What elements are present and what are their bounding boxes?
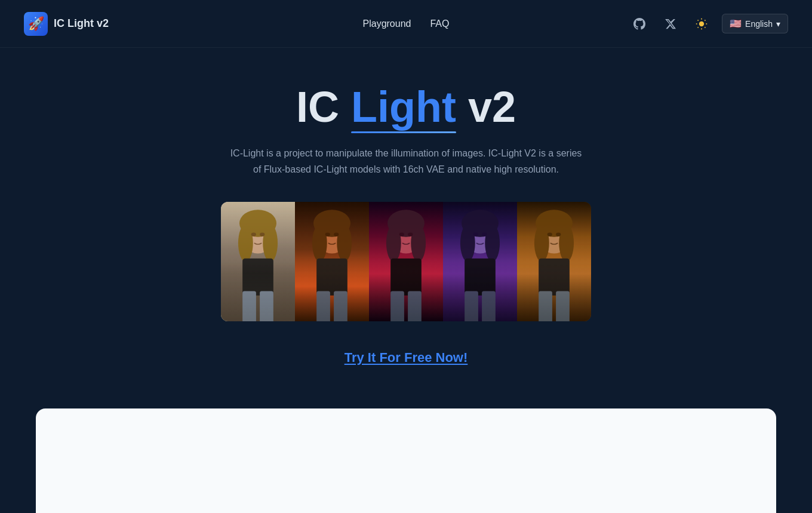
svg-rect-26 [334, 291, 347, 321]
svg-point-0 [699, 21, 704, 26]
svg-point-38 [408, 232, 413, 236]
svg-line-3 [698, 20, 699, 20]
hero-section: IC Light v2 IC-Light is a project to man… [0, 48, 812, 408]
svg-rect-56 [556, 291, 570, 321]
svg-point-48 [482, 232, 487, 236]
svg-point-10 [241, 214, 275, 253]
svg-point-22 [312, 225, 327, 262]
svg-point-37 [399, 232, 404, 236]
svg-rect-45 [465, 291, 478, 321]
portrait-svg-5 [517, 202, 591, 321]
svg-point-27 [325, 232, 330, 236]
demo-image-4 [443, 202, 517, 321]
portrait-svg-2 [295, 202, 369, 321]
portrait-svg-3 [369, 202, 443, 321]
svg-rect-19 [295, 202, 369, 321]
cta-section: Try It For Free Now! [12, 350, 800, 365]
theme-toggle-button[interactable] [691, 13, 712, 35]
nav-faq[interactable]: FAQ [430, 19, 449, 29]
svg-rect-24 [316, 258, 347, 295]
svg-rect-15 [242, 291, 256, 321]
svg-line-4 [705, 27, 705, 27]
svg-point-42 [460, 225, 475, 262]
svg-point-57 [548, 232, 552, 236]
nav-links: Playground FAQ [363, 19, 450, 29]
svg-rect-9 [221, 202, 295, 321]
logo-emoji: 🚀 [28, 16, 44, 32]
svg-rect-25 [316, 291, 330, 321]
hero-title: IC Light v2 [12, 84, 800, 131]
svg-point-53 [559, 225, 574, 262]
svg-rect-44 [465, 258, 496, 295]
svg-point-52 [534, 225, 549, 262]
svg-rect-55 [539, 291, 552, 321]
svg-rect-16 [260, 291, 273, 321]
svg-rect-39 [443, 202, 517, 321]
svg-line-8 [705, 20, 705, 20]
twitter-icon [665, 18, 676, 30]
svg-rect-54 [539, 258, 570, 295]
svg-point-50 [537, 214, 571, 253]
cta-button[interactable]: Try It For Free Now! [345, 350, 468, 365]
svg-rect-49 [517, 202, 591, 321]
demo-image-2 [295, 202, 369, 321]
demo-image-strip [221, 202, 591, 321]
github-icon [633, 18, 645, 30]
svg-point-11 [239, 210, 276, 236]
svg-point-32 [386, 225, 401, 262]
language-label: English [745, 19, 773, 29]
svg-point-23 [337, 225, 352, 262]
svg-rect-34 [390, 258, 422, 295]
title-part1: IC [296, 83, 351, 131]
demo-image-5 [517, 202, 591, 321]
playground-section [36, 408, 776, 513]
svg-point-33 [411, 225, 426, 262]
title-highlight: Light [351, 84, 456, 131]
navbar-actions: 🇺🇸 English ▾ [629, 13, 788, 35]
demo-image-3 [369, 202, 443, 321]
twitter-button[interactable] [660, 13, 681, 35]
navbar: 🚀 IC Light v2 Playground FAQ [0, 0, 812, 48]
demo-image-1 [221, 202, 295, 321]
svg-line-7 [698, 27, 699, 27]
svg-rect-29 [369, 202, 443, 321]
chevron-down-icon: ▾ [776, 19, 780, 29]
svg-point-31 [387, 210, 425, 236]
svg-point-21 [313, 210, 350, 236]
theme-icon [696, 18, 708, 30]
svg-point-13 [263, 225, 278, 262]
svg-rect-14 [242, 258, 273, 295]
svg-rect-36 [408, 291, 422, 321]
svg-point-51 [536, 210, 573, 236]
logo-icon: 🚀 [24, 12, 48, 36]
title-part2: v2 [456, 83, 516, 131]
logo-area: 🚀 IC Light v2 [24, 12, 109, 36]
hero-description: IC-Light is a project to manipulate the … [227, 145, 585, 177]
language-selector[interactable]: 🇺🇸 English ▾ [722, 14, 788, 33]
svg-rect-46 [482, 291, 496, 321]
svg-point-28 [334, 232, 339, 236]
portrait-svg-1 [221, 202, 295, 321]
portrait-svg-4 [443, 202, 517, 321]
svg-rect-35 [390, 291, 404, 321]
svg-point-18 [260, 232, 264, 236]
svg-point-20 [315, 214, 349, 253]
svg-point-17 [251, 232, 256, 236]
language-flag: 🇺🇸 [730, 18, 742, 29]
github-button[interactable] [629, 13, 650, 35]
app-title: IC Light v2 [54, 17, 109, 30]
svg-point-40 [463, 214, 497, 253]
svg-point-41 [462, 210, 499, 236]
svg-point-58 [556, 232, 561, 236]
svg-point-47 [473, 232, 478, 236]
svg-point-43 [485, 225, 500, 262]
svg-point-12 [238, 225, 253, 262]
svg-point-30 [389, 214, 423, 253]
nav-playground[interactable]: Playground [363, 19, 411, 29]
